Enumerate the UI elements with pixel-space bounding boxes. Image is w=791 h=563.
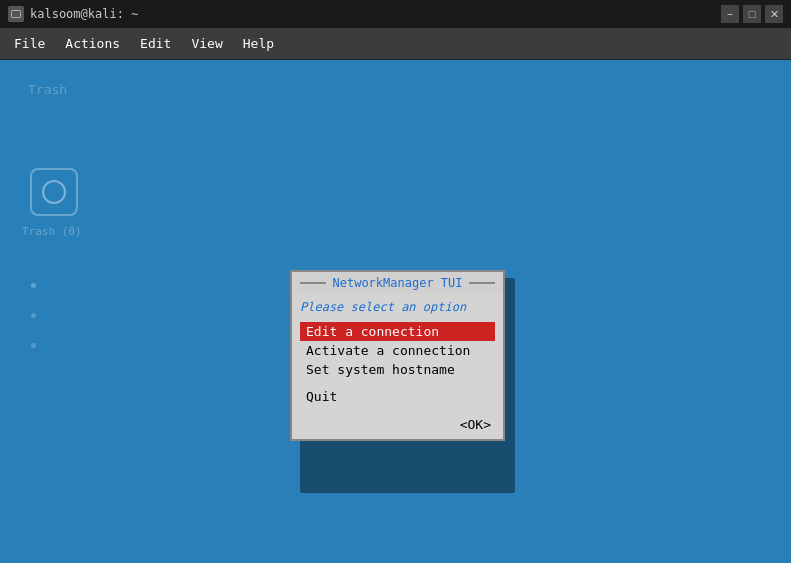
terminal-icon <box>8 6 24 22</box>
option-edit-connection[interactable]: Edit a connection <box>300 322 495 341</box>
dialog-footer: <OK> <box>292 412 503 439</box>
bg-icon-inner <box>42 180 66 204</box>
terminal-area: Trash Trash (0) • • • NetworkManager TUI… <box>0 60 791 563</box>
bg-nav-dot3: • <box>28 335 39 356</box>
bg-nav-dot1: • <box>28 275 39 296</box>
menu-actions[interactable]: Actions <box>55 32 130 55</box>
dialog-prompt: Please select an option <box>300 300 495 314</box>
dialog-titlebar: NetworkManager TUI <box>292 272 503 294</box>
bg-text: Trash <box>28 80 67 101</box>
bg-nav-dot2: • <box>28 305 39 326</box>
menu-view[interactable]: View <box>181 32 232 55</box>
titlebar-controls: − □ ✕ <box>721 5 783 23</box>
ok-button[interactable]: <OK> <box>456 416 495 433</box>
option-quit[interactable]: Quit <box>300 387 495 406</box>
option-activate-connection[interactable]: Activate a connection <box>300 341 495 360</box>
dialog-body: Please select an option Edit a connectio… <box>292 294 503 412</box>
close-button[interactable]: ✕ <box>765 5 783 23</box>
option-set-hostname[interactable]: Set system hostname <box>300 360 495 379</box>
titlebar-left: kalsoom@kali: ~ <box>8 6 138 22</box>
menu-help[interactable]: Help <box>233 32 284 55</box>
titlebar: kalsoom@kali: ~ − □ ✕ <box>0 0 791 28</box>
networkmanager-dialog: NetworkManager TUI Please select an opti… <box>290 270 505 441</box>
title-deco-left <box>300 282 326 284</box>
menu-edit[interactable]: Edit <box>130 32 181 55</box>
dialog-options: Edit a connection Activate a connection … <box>300 322 495 379</box>
menu-file[interactable]: File <box>4 32 55 55</box>
titlebar-title: kalsoom@kali: ~ <box>30 7 138 21</box>
minimize-button[interactable]: − <box>721 5 739 23</box>
bg-trash-icon <box>30 168 78 216</box>
bg-trash-label: Trash (0) <box>22 225 82 238</box>
menubar: File Actions Edit View Help <box>0 28 791 60</box>
title-deco-right <box>469 282 495 284</box>
dialog-title: NetworkManager TUI <box>332 276 462 290</box>
maximize-button[interactable]: □ <box>743 5 761 23</box>
